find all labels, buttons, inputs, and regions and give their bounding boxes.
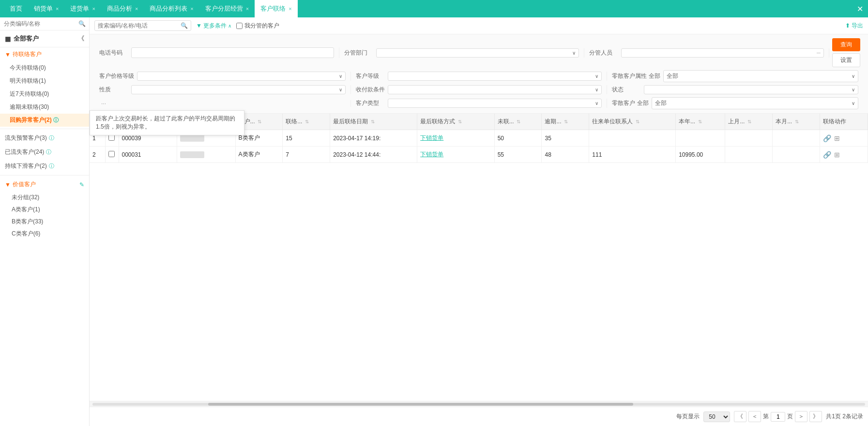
retail-attr-select[interactable]: 全部 ∨ [663,70,858,82]
action-link-icon[interactable]: 🔗 [823,134,831,142]
close-customer-contact-icon[interactable]: × [289,6,291,12]
adv-cell-customer-level: 客户等级 ∨ [351,72,608,81]
dept-chevron-icon: ∨ [572,50,576,56]
sidebar-sub-b-class[interactable]: B类客户(33) [0,216,89,228]
adv-cell-status: 状态 ∨ [607,85,863,94]
row-checkbox[interactable] [108,151,115,157]
last-page-button[interactable]: 》 [809,411,822,422]
page-size-select[interactable]: 50 20 100 [703,411,730,422]
nav-home[interactable]: 首页 [4,0,28,17]
manager-select[interactable]: ··· [621,48,824,58]
more-conditions-button[interactable]: ▼ 更多条件 ∧ [196,22,231,30]
sidebar-all-customers-label[interactable]: 全部客户 [14,34,39,43]
query-button[interactable]: 查询 [832,38,860,51]
nav-sales[interactable]: 销货单 × [28,0,64,17]
sidebar-item-lost[interactable]: 已流失客户(24) ⓘ [0,145,89,159]
export-button[interactable]: ⬆ 导出 [845,22,863,30]
action-qr-icon[interactable]: ⊞ [834,134,840,142]
dept-select[interactable]: ∨ [376,48,579,58]
close-all-button[interactable]: ✕ [857,4,863,14]
prev-page-button[interactable]: ＜ [748,411,761,422]
horizontal-scrollbar[interactable] [90,401,868,407]
cell-overdue: 48 [542,147,589,163]
th-overdue[interactable]: 逾期... ⇅ [542,114,589,130]
phone-input[interactable] [131,47,334,58]
cell-this-month [773,130,820,147]
sidebar-collapse-button[interactable]: 《 [78,34,84,43]
sort-contact-icon: ⇅ [305,119,309,124]
adv-cell-retail-attr: 零散客户属性 全部 全部 ∨ [607,70,863,82]
cell-last-date: 2023-04-12 14:44: [330,147,417,163]
sidebar-item-7days[interactable]: 近7天待联络(0) [0,88,89,101]
sidebar-item-overdue[interactable]: 逾期未联络(30) [0,101,89,114]
cell-contact: 7 [283,147,330,163]
customer-level-chevron-icon: ∨ [595,73,598,79]
nav-customer-contact[interactable]: 客户联络 × [255,0,297,17]
page-number-input[interactable] [771,412,785,422]
adv-button-group: 查询 设置 [829,38,863,67]
info-icon-2: ⓘ [49,134,54,142]
last-method-link[interactable]: 下销货单 [420,134,443,141]
th-contact2[interactable]: 往来单位联系人 ⇅ [589,114,676,130]
my-customers-check[interactable] [236,23,243,29]
sidebar-search-bar: 🔍 [0,17,89,30]
sidebar-divider-2 [0,175,89,176]
search-input[interactable] [98,22,181,29]
close-sales-icon[interactable]: × [56,6,59,12]
sidebar-search-input[interactable] [4,20,76,27]
close-customer-layer-icon[interactable]: × [246,6,249,12]
nav-purchase[interactable]: 进货单 × [64,0,101,17]
nav-analysis[interactable]: 商品分析 × [101,0,144,17]
close-purchase-icon[interactable]: × [92,6,95,12]
customer-type-select[interactable]: ∨ [388,99,602,108]
status-select[interactable]: ∨ [644,85,858,94]
retail-customer-select[interactable]: 全部 ∨ [652,97,858,109]
sidebar-item-tomorrow[interactable]: 明天待联络(1) [0,74,89,88]
cell-uncontacted: 50 [494,130,542,147]
settings-button[interactable]: 设置 [832,53,860,67]
next-page-button[interactable]: ＞ [795,411,807,422]
th-uncontacted[interactable]: 未联... ⇅ [494,114,542,130]
th-contact[interactable]: 联络... ⇅ [283,114,330,130]
value-customers-edit-icon[interactable]: ✎ [79,181,84,188]
sidebar-sub-a-class[interactable]: A类客户(1) [0,204,89,216]
adv-cell-customer-type: 客户类型 ∨ [351,99,608,108]
close-analysis-icon[interactable]: × [135,6,138,12]
first-page-button[interactable]: 《 [734,411,746,422]
th-this-month[interactable]: 本月... ⇅ [773,114,820,130]
status-chevron-icon: ∨ [852,87,855,92]
sidebar-search-icon[interactable]: 🔍 [78,20,86,27]
th-actions: 联络动作 [820,114,868,130]
scroll-track [92,403,865,406]
nav-analysis-list[interactable]: 商品分析列表 × [144,0,199,17]
last-method-link[interactable]: 下销货单 [420,151,443,158]
th-last-date[interactable]: 最后联络日期 ⇅ [330,114,417,130]
customer-level-select[interactable]: ∨ [388,72,602,81]
th-last-month[interactable]: 上月... ⇅ [725,114,773,130]
cell-last-method: 下销货单 [417,147,494,163]
filter-icon: ▼ [196,22,202,29]
close-analysis-list-icon[interactable]: × [190,6,193,12]
more-link[interactable]: ··· [99,100,108,107]
sidebar-sub-c-class[interactable]: C类客户(6) [0,228,89,240]
th-last-method[interactable]: 最后联络方式 ⇅ [417,114,494,130]
sidebar-section-value[interactable]: ▼ 价值客户 [5,180,36,189]
sidebar-item-today[interactable]: 今天待联络(0) [0,61,89,74]
action-link-icon[interactable]: 🔗 [823,151,831,159]
scroll-thumb[interactable] [208,403,633,406]
sidebar-item-lost-warning[interactable]: 流失预警客户(3) ⓘ [0,131,89,145]
nav-customer-layer[interactable]: 客户分层经营 × [199,0,255,17]
sidebar-section-pending[interactable]: ▼ 待联络客户 [0,47,89,61]
sidebar-item-declining[interactable]: 持续下滑客户(2) ⓘ [0,159,89,173]
my-customers-checkbox[interactable]: 我分管的客户 [236,22,279,30]
search-icon[interactable]: 🔍 [181,22,188,29]
info-icon-4: ⓘ [49,162,54,170]
cell-this-month [773,147,820,163]
sidebar-sub-unclassified[interactable]: 未分组(32) [0,191,89,204]
action-qr-icon[interactable]: ⊞ [834,151,840,159]
sidebar-item-repurchase-anomaly[interactable]: 回购异常客户(2) ⓘ [0,114,89,127]
th-this-year[interactable]: 本年... ⇅ [676,114,725,130]
nature-select[interactable]: ∨ [131,85,346,94]
payment-select[interactable]: ∨ [388,85,602,94]
price-level-select[interactable]: ∨ [137,72,346,81]
